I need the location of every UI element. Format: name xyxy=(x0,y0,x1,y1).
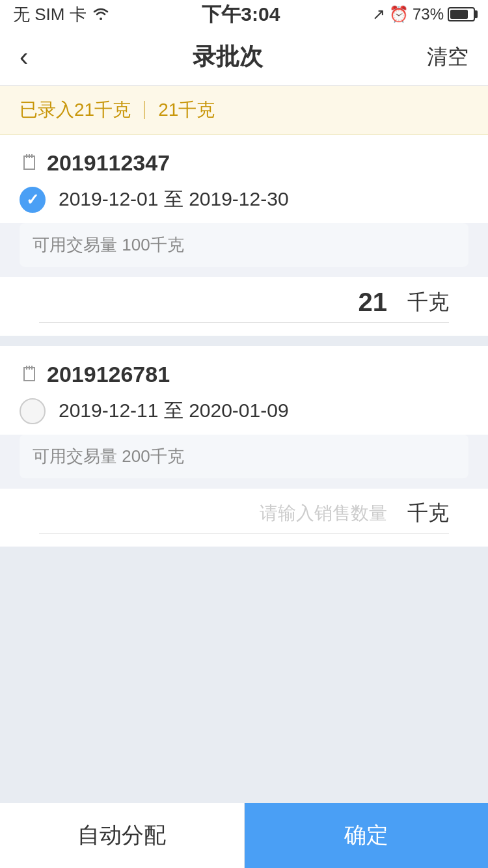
card-2-date-row: 2019-12-11 至 2020-01-09 xyxy=(20,398,468,424)
location-icon: ↗ xyxy=(372,5,385,23)
card-1-amount-section: 千克 xyxy=(0,277,488,336)
batch-id-2: 2019126781 xyxy=(47,362,170,387)
card-2-amount-row: 千克 xyxy=(20,489,468,528)
card-1-date: 2019-12-01 至 2019-12-30 xyxy=(59,186,289,213)
card-2-date: 2019-12-11 至 2020-01-09 xyxy=(59,398,289,424)
clear-button[interactable]: 清空 xyxy=(427,43,468,72)
radio-2[interactable] xyxy=(20,398,46,424)
card-2-divider xyxy=(39,533,449,534)
wifi-icon xyxy=(92,5,110,25)
batch-id-1: 2019112347 xyxy=(47,150,170,176)
sim-status: 无 SIM 卡 xyxy=(13,3,87,26)
card-1-available: 可用交易量 100千克 xyxy=(20,223,468,267)
info-divider xyxy=(144,101,145,119)
section-separator-1 xyxy=(0,336,488,346)
battery-icon xyxy=(448,7,475,21)
batch-icon-2: 🗒 xyxy=(20,362,40,387)
auto-distribute-button[interactable]: 自动分配 xyxy=(0,803,245,868)
card-1-divider xyxy=(39,322,449,323)
card-2-header: 🗒 2019126781 xyxy=(20,362,468,387)
batch-card-2: 🗒 2019126781 2019-12-11 至 2020-01-09 xyxy=(0,346,488,435)
status-bar: 无 SIM 卡 下午3:04 ↗ ⏰ 73% xyxy=(0,0,488,29)
card-1-amount-row: 千克 xyxy=(20,277,468,317)
status-right: ↗ ⏰ 73% xyxy=(372,5,475,23)
info-banner: 已录入21千克 21千克 xyxy=(0,86,488,135)
card-1-unit: 千克 xyxy=(407,288,449,317)
card-2-amount-input[interactable] xyxy=(176,503,397,524)
nav-bar: ‹ 录批次 清空 xyxy=(0,29,488,86)
confirm-button[interactable]: 确定 xyxy=(245,803,489,868)
batch-card-1: 🗒 2019112347 2019-12-01 至 2019-12-30 xyxy=(0,135,488,223)
batch-icon-1: 🗒 xyxy=(20,151,40,175)
card-2-amount-section: 千克 xyxy=(0,489,488,547)
card-1-header: 🗒 2019112347 xyxy=(20,150,468,176)
card-1-date-row: 2019-12-01 至 2019-12-30 xyxy=(20,186,468,213)
card-1-amount-input[interactable] xyxy=(319,288,397,317)
alarm-icon: ⏰ xyxy=(389,5,409,23)
card-2-unit: 千克 xyxy=(407,499,449,528)
footer: 自动分配 确定 xyxy=(0,803,488,868)
back-button[interactable]: ‹ xyxy=(20,42,28,72)
radio-1[interactable] xyxy=(20,187,46,213)
battery-percentage: 73% xyxy=(413,5,444,23)
status-time: 下午3:04 xyxy=(202,1,280,28)
card-2-available: 可用交易量 200千克 xyxy=(20,435,468,478)
info-recorded-label: 已录入21千克 xyxy=(20,98,131,122)
info-value: 21千克 xyxy=(158,98,215,122)
page-title: 录批次 xyxy=(193,41,263,73)
status-left: 无 SIM 卡 xyxy=(13,3,110,26)
